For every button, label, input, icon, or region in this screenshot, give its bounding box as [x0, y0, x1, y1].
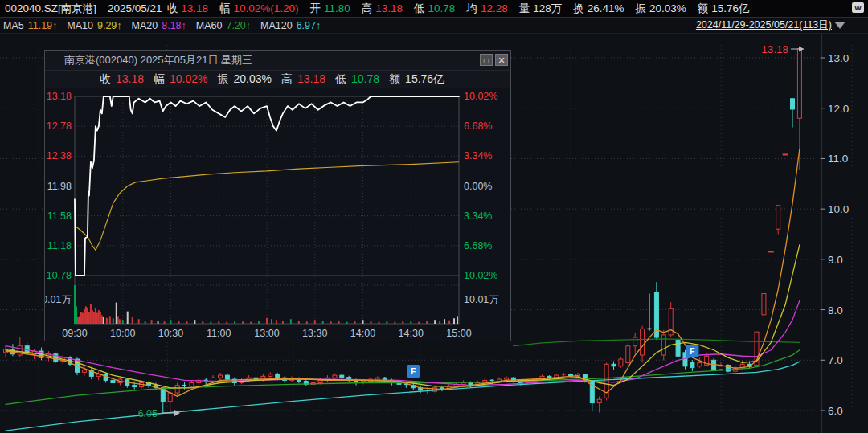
intraday-stat: 幅10.02% — [154, 72, 207, 87]
stat-value: 15.76亿 — [405, 72, 444, 87]
ma-label: MA60 — [196, 20, 223, 31]
axis-label: 10.78 — [47, 270, 72, 281]
window-mode-icon[interactable]: W — [852, 2, 864, 13]
intraday-stat: 高13.18 — [281, 72, 326, 87]
axis-label: 6.0 — [828, 405, 843, 417]
stat-value: 10.78 — [351, 72, 379, 87]
field-value: 15.76亿 — [711, 2, 749, 16]
field-value: 20.03% — [649, 2, 686, 14]
quote-field: 低10.78 — [414, 2, 455, 16]
axis-label: 12.0 — [828, 103, 849, 115]
ma-item: MA109.29↑ — [67, 20, 121, 31]
maximize-button[interactable]: □ — [480, 54, 493, 66]
axis-label: 10:00 — [110, 328, 135, 339]
date-range-label[interactable]: 2024/11/29-2025/05/21(113日) — [696, 18, 832, 32]
stat-label: 低 — [335, 72, 346, 87]
ma-item: MA208.18↑ — [132, 20, 186, 31]
stat-label: 收 — [100, 72, 111, 87]
axis-label: 11.18 — [47, 240, 72, 251]
axis-label: 11.58 — [47, 210, 72, 222]
field-label: 开 — [310, 2, 321, 16]
ma-item: MA511.19↑ — [3, 20, 57, 31]
axis-label: 09:30 — [62, 328, 87, 339]
quote-field: 开11.80 — [310, 2, 350, 16]
popup-title-bar[interactable]: 南京港(002040) 2025年05月21日 星期三 □ ✕ — [45, 51, 510, 71]
date-range-selector[interactable]: 2024/11/29-2025/05/21(113日) — [696, 18, 845, 33]
axis-label: 0.00% — [464, 181, 492, 192]
field-label: 额 — [698, 2, 709, 16]
quote-field: 收13.18 — [167, 2, 208, 16]
stat-label: 额 — [389, 72, 400, 87]
axis-label: 8.0 — [828, 304, 843, 317]
axis-label: 12.38 — [47, 150, 72, 161]
axis-label: 12.78 — [47, 121, 72, 132]
field-value: 10.02%(1.20) — [233, 2, 298, 14]
quote-field: 高13.18 — [362, 2, 403, 16]
quote-field: 均12.28 — [466, 2, 507, 16]
axis-label: 10.01万 — [464, 294, 499, 305]
ma-item: MA607.20↑ — [196, 20, 251, 31]
axis-label: 10:30 — [158, 328, 183, 339]
field-label: 高 — [362, 2, 373, 16]
field-label: 均 — [466, 2, 477, 16]
axis-label: 13.18 — [761, 43, 788, 55]
axis-label: 3.34% — [464, 150, 492, 161]
axis-label: 10.02% — [464, 91, 497, 102]
quote-fields: 收13.18幅10.02%(1.20)开11.80高13.18低10.78均12… — [162, 2, 750, 16]
axis-label: F — [411, 367, 416, 376]
quote-field: 振20.03% — [636, 2, 686, 16]
intraday-popup-window: 南京港(002040) 2025年05月21日 星期三 □ ✕ 收13.18幅1… — [44, 50, 511, 341]
axis-label: 11.98 — [47, 181, 72, 192]
axis-label: 6.68% — [464, 240, 492, 251]
quote-field: 幅10.02%(1.20) — [219, 2, 299, 16]
quote-top-bar: 002040.SZ[南京港] 2025/05/21 收13.18幅10.02%(… — [0, 0, 868, 18]
intraday-stats-row: 收13.18幅10.02%振20.03%高13.18低10.78额15.76亿 — [45, 71, 510, 88]
axis-label: 11:00 — [207, 328, 231, 339]
field-value: 11.80 — [324, 2, 350, 14]
ma-value: 6.97↑ — [297, 20, 321, 31]
popup-title: 南京港(002040) 2025年05月21日 星期三 — [64, 53, 252, 67]
field-value: 26.41% — [588, 2, 624, 14]
axis-label: 6.68% — [464, 121, 492, 132]
close-button[interactable]: ✕ — [495, 54, 508, 66]
stat-value: 13.18 — [116, 72, 144, 87]
axis-label: 13:00 — [254, 328, 279, 339]
stat-label: 高 — [281, 72, 293, 87]
field-value: 128万 — [533, 2, 562, 16]
ma-value: 9.29↑ — [97, 20, 122, 31]
ma-value: 8.18↑ — [162, 20, 186, 31]
field-label: 振 — [636, 2, 647, 16]
axis-label: 15:00 — [446, 328, 471, 339]
axis-label: 14:30 — [399, 328, 424, 339]
ma-item: MA1206.97↑ — [260, 20, 321, 31]
field-label: 收 — [167, 2, 178, 16]
field-value: 12.28 — [481, 2, 508, 14]
ma-value: 11.19↑ — [28, 20, 58, 31]
field-label: 低 — [414, 2, 425, 16]
stock-app: 002040.SZ[南京港] 2025/05/21 收13.18幅10.02%(… — [0, 0, 868, 433]
quote-field: 额15.76亿 — [698, 2, 750, 16]
axis-label: 11.0 — [828, 153, 848, 165]
intraday-chart: 13.1810.02%12.786.68%12.383.34%11.980.00… — [45, 88, 510, 341]
field-value: 13.18 — [375, 2, 403, 14]
field-value: 10.78 — [428, 2, 456, 14]
axis-label: 3.34% — [464, 210, 492, 222]
ma-label: MA10 — [67, 20, 93, 31]
quote-field: 换26.41% — [573, 2, 624, 16]
quote-date: 2025/05/21 — [108, 2, 162, 14]
axis-label: 10.01万 — [45, 294, 72, 305]
ma-values: MA511.19↑MA109.29↑MA208.18↑MA607.20↑MA12… — [0, 20, 321, 31]
chevron-down-icon[interactable] — [834, 22, 845, 29]
stat-value: 13.18 — [297, 72, 326, 87]
axis-label: 6.05 — [138, 408, 158, 419]
field-label: 量 — [519, 2, 530, 16]
field-label: 幅 — [219, 2, 231, 16]
axis-label: 10.02% — [464, 270, 497, 281]
stat-label: 幅 — [154, 72, 165, 87]
axis-label: 13.18 — [47, 91, 72, 102]
axis-label: 13.0 — [828, 52, 849, 64]
field-label: 换 — [573, 2, 584, 16]
stat-value: 20.03% — [234, 72, 272, 87]
axis-label: 13:30 — [302, 328, 327, 339]
axis-label: F — [690, 347, 694, 356]
